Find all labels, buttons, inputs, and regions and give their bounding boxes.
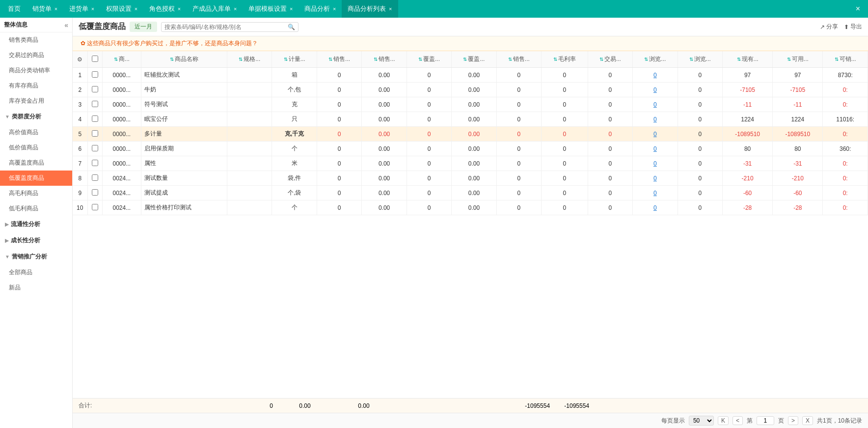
sidebar-item-traded-goods[interactable]: 交易过的商品 [0, 48, 72, 63]
table-cell[interactable] [87, 97, 102, 112]
row-checkbox[interactable] [92, 115, 98, 122]
table-cell[interactable] [87, 171, 102, 186]
table-cell[interactable] [87, 156, 102, 171]
sidebar-item-low-margin[interactable]: 低毛利商品 [0, 201, 72, 216]
page-size-select[interactable]: 10 20 50 100 [689, 416, 714, 426]
sidebar-item-sales-goods[interactable]: 销售类商品 [0, 32, 72, 48]
col-sales3[interactable]: ⇅销售... [496, 51, 541, 68]
table-cell: 0 [496, 156, 541, 171]
table-cell[interactable] [87, 142, 102, 156]
nav-template[interactable]: 单据模板设置 × [243, 0, 298, 18]
window-close-button[interactable]: × [850, 0, 866, 18]
sidebar-item-high-coverage[interactable]: 高覆盖度商品 [0, 155, 72, 171]
col-settings[interactable]: ⚙ [73, 51, 87, 68]
table-footer: 合计: 0 0.00 0.00 -1095554 -1095554 [73, 398, 868, 413]
col-gross-rate[interactable]: ⇅毛利率 [542, 51, 588, 68]
table-cell [227, 142, 272, 156]
nav-inventory-close[interactable]: × [234, 6, 237, 12]
nav-home[interactable]: 首页 [2, 0, 27, 18]
nav-analysis[interactable]: 商品分析 × [298, 0, 342, 18]
share-button[interactable]: ↗ 分享 [820, 23, 838, 31]
row-checkbox[interactable] [92, 130, 98, 137]
sidebar-item-high-value[interactable]: 高价值商品 [0, 125, 72, 140]
next-page-button[interactable]: > [788, 416, 798, 425]
table-cell: -210 [723, 171, 773, 186]
nav-inventory[interactable]: 产成品入库单 × [187, 0, 243, 18]
col-browse1[interactable]: ⇅浏览... [633, 51, 678, 68]
table-cell[interactable] [87, 186, 102, 200]
nav-permissions[interactable]: 权限设置 × [100, 0, 143, 18]
select-all-checkbox[interactable] [92, 56, 98, 62]
col-sales-qty[interactable]: ⇅销售... [317, 51, 361, 68]
search-input[interactable] [164, 24, 286, 30]
nav-analysis-list-close[interactable]: × [389, 6, 392, 12]
page-number-input[interactable] [757, 416, 774, 425]
row-checkbox[interactable] [92, 174, 98, 181]
nav-permissions-close[interactable]: × [135, 6, 137, 12]
col-trade[interactable]: ⇅交易... [588, 51, 632, 68]
nav-purchase-close[interactable]: × [91, 6, 94, 12]
row-checkbox[interactable] [92, 160, 98, 166]
col-name[interactable]: ⇅商品名称 [141, 51, 227, 68]
nav-roles[interactable]: 角色授权 × [143, 0, 187, 18]
table-container[interactable]: ⚙ ⇅商... ⇅商品名称 ⇅规格... ⇅计量... ⇅销售... ⇅销售..… [73, 51, 868, 398]
row-checkbox[interactable] [92, 189, 98, 196]
time-filter-button[interactable]: 近一月 [130, 22, 157, 32]
sidebar-item-stocked-goods[interactable]: 有库存商品 [0, 78, 72, 93]
table-cell[interactable] [87, 68, 102, 83]
sidebar-item-high-margin[interactable]: 高毛利商品 [0, 186, 72, 201]
sidebar-item-capital[interactable]: 库存资金占用 [0, 93, 72, 109]
row-checkbox[interactable] [92, 101, 98, 107]
nav-template-close[interactable]: × [290, 6, 293, 12]
table-cell[interactable] [87, 200, 102, 215]
col-current-stock[interactable]: ⇅现有... [723, 51, 773, 68]
nav-analysis-close[interactable]: × [333, 6, 336, 12]
export-button[interactable]: ⬆ 导出 [844, 23, 862, 31]
footer-cover2: 0.00 [358, 402, 387, 409]
sidebar-item-new-goods[interactable]: 新品 [0, 280, 72, 295]
col-sales-amount[interactable]: ⇅销售... [362, 51, 407, 68]
col-saleable[interactable]: ⇅可销... [823, 51, 868, 68]
first-page-button[interactable]: K [718, 416, 729, 425]
col-cover2[interactable]: ⇅覆盖... [452, 51, 496, 68]
table-cell: 0 [542, 142, 588, 156]
nav-roles-close[interactable]: × [178, 6, 181, 12]
col-code[interactable]: ⇅商... [102, 51, 141, 68]
last-page-button[interactable]: X [802, 416, 813, 425]
table-cell [227, 68, 272, 83]
sidebar-item-all-goods[interactable]: 全部商品 [0, 265, 72, 280]
row-checkbox[interactable] [92, 145, 98, 151]
table-cell[interactable] [87, 127, 102, 142]
prev-page-button[interactable]: < [732, 416, 743, 425]
nav-sales[interactable]: 销货单 × [27, 0, 63, 18]
table-cell: 0 [633, 97, 678, 112]
nav-sales-close[interactable]: × [54, 6, 57, 12]
row-checkbox[interactable] [92, 204, 98, 210]
search-icon[interactable]: 🔍 [288, 24, 295, 30]
col-checkbox[interactable] [87, 51, 102, 68]
table-cell[interactable] [87, 83, 102, 97]
sidebar-section-flow-analysis[interactable]: ▶ 流通性分析 [0, 216, 72, 232]
sidebar-section-marketing-analysis[interactable]: ▼ 营销推广分析 [0, 249, 72, 265]
col-cover1[interactable]: ⇅覆盖... [407, 51, 451, 68]
sidebar-item-low-value[interactable]: 低价值商品 [0, 140, 72, 155]
table-cell: 0 [496, 127, 541, 142]
section-label-growth: 成长性分析 [11, 236, 40, 245]
row-checkbox[interactable] [92, 71, 98, 78]
sidebar-item-category-rate[interactable]: 商品分类动销率 [0, 63, 72, 78]
col-spec[interactable]: ⇅规格... [227, 51, 272, 68]
table-cell[interactable] [87, 112, 102, 127]
nav-purchase[interactable]: 进货单 × [63, 0, 100, 18]
table-cell: 0 [588, 142, 632, 156]
table-cell: 1224 [723, 112, 773, 127]
col-available[interactable]: ⇅可用... [773, 51, 823, 68]
row-checkbox[interactable] [92, 86, 98, 92]
sidebar-section-group-analysis[interactable]: ▼ 类群度分析 [0, 109, 72, 125]
col-unit[interactable]: ⇅计量... [272, 51, 317, 68]
section-label-flow: 流通性分析 [11, 220, 40, 228]
sidebar-item-low-coverage[interactable]: 低覆盖度商品 [0, 171, 72, 186]
sidebar-section-growth-analysis[interactable]: ▶ 成长性分析 [0, 232, 72, 249]
col-browse2[interactable]: ⇅浏览... [678, 51, 722, 68]
nav-analysis-list[interactable]: 商品分析列表 × [342, 0, 398, 18]
sidebar-collapse-button[interactable]: « [64, 21, 68, 29]
